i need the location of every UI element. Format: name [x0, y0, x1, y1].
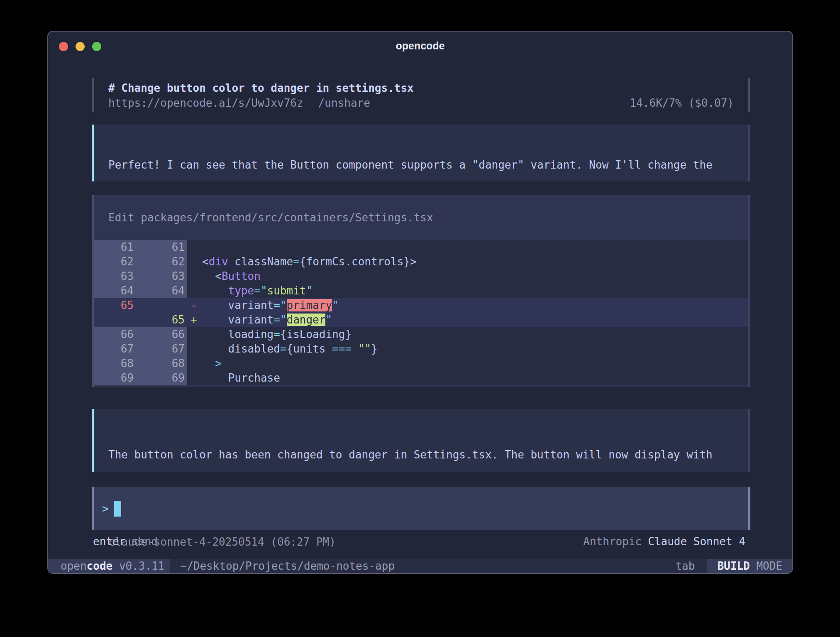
diff-marker: [187, 356, 202, 371]
code-token: =: [280, 343, 287, 355]
diff-row: 6161: [94, 240, 748, 255]
code-token: Button: [222, 270, 261, 282]
brand-code: code: [87, 560, 113, 572]
token-usage: 14.6K/7% ($0.07): [630, 96, 734, 110]
diff-row: 6868 >: [94, 356, 748, 371]
diff-old-lineno: [94, 313, 135, 327]
code-token: =: [273, 328, 280, 341]
diff-code-line: variant="primary": [202, 298, 748, 313]
prompt-chevron-icon: >: [102, 502, 109, 515]
diff-old-lineno: 63: [94, 269, 135, 284]
diff-code-line: disabled={units === ""}: [202, 342, 748, 356]
diff-row: 6767 disabled={units === ""}: [94, 342, 748, 356]
code-token: div: [209, 255, 228, 268]
diff-row: 65+ variant="danger": [94, 313, 748, 327]
diff-new-lineno: [135, 298, 187, 313]
desktop-background: opencode # Change button color to danger…: [0, 0, 840, 637]
code-token: className: [228, 255, 293, 268]
message-line: The button color has been changed to dan…: [108, 448, 734, 462]
code-token: ": [325, 314, 332, 326]
diff-row: 65- variant="primary": [94, 298, 748, 313]
code-token: submit: [267, 284, 306, 297]
diff-code-line: <Button: [202, 269, 748, 284]
hint-key: enter: [93, 535, 125, 548]
diff-old-lineno: 66: [94, 327, 135, 342]
diff-row: 6363 <Button: [94, 269, 748, 284]
send-hint: entersend: [93, 535, 158, 548]
diff-marker: +: [187, 313, 202, 327]
code-token: >: [215, 357, 222, 370]
diff-old-lineno: 64: [94, 284, 135, 298]
app-version: [112, 560, 119, 572]
code-token: ===: [332, 343, 352, 355]
diff-row: 6262<div className={formCs.controls}>: [94, 255, 748, 269]
diff-old-lineno: 61: [94, 240, 135, 255]
model-indicator: AnthropicClaude Sonnet 4: [583, 535, 745, 548]
diff-row: 6464 type="submit": [94, 284, 748, 298]
session-header: # Change button color to danger in setti…: [92, 78, 750, 112]
assistant-message: Perfect! I can see that the Button compo…: [92, 125, 750, 181]
diff-new-lineno: 63: [135, 269, 187, 284]
code-token: ": [332, 299, 339, 311]
provider-name: Anthropic: [583, 535, 642, 548]
session-subrow: https://opencode.ai/s/UwJxv76z /unshare …: [108, 96, 734, 110]
edit-tool-title: Edit packages/frontend/src/containers/Se…: [94, 195, 748, 240]
code-token: variant: [202, 314, 273, 326]
diff-old-lineno: 68: [94, 356, 135, 371]
session-title: # Change button color to danger in setti…: [108, 81, 734, 96]
share-url[interactable]: https://opencode.ai/s/UwJxv76z: [108, 96, 303, 110]
diff-old-lineno: 62: [94, 255, 135, 269]
code-token: {isLoading}: [280, 328, 352, 341]
code-token: ": [306, 284, 313, 297]
prompt-input[interactable]: >: [92, 487, 750, 530]
mode-secondary: MODE: [756, 560, 782, 572]
code-token: <: [202, 270, 222, 282]
code-token: [352, 343, 358, 355]
code-token: "": [358, 343, 371, 355]
mode-primary: BUILD: [717, 560, 750, 572]
status-bar: opencode v0.3.11 ~/Desktop/Projects/demo…: [48, 559, 792, 573]
edit-tool-card: Edit packages/frontend/src/containers/Se…: [92, 195, 750, 387]
opencode-window: opencode # Change button color to danger…: [47, 31, 793, 574]
code-token: {units: [287, 343, 332, 355]
diff-marker: [187, 269, 202, 284]
diff-code-line: type="submit": [202, 284, 748, 298]
code-token: =": [273, 314, 286, 326]
diff-code-line: >: [202, 356, 748, 371]
diff-code-line: variant="danger": [202, 313, 748, 327]
hint-row: entersend AnthropicClaude Sonnet 4: [92, 535, 750, 548]
code-token: variant: [202, 299, 273, 311]
diff-marker: [187, 371, 202, 385]
code-token: =: [293, 255, 300, 268]
mode-segment[interactable]: BUILD MODE: [707, 559, 792, 573]
hint-action: send: [132, 535, 158, 548]
code-token: Purchase: [202, 372, 280, 384]
code-token: primary: [287, 299, 332, 311]
diff-old-lineno: 69: [94, 371, 135, 385]
diff-new-lineno: 68: [135, 356, 187, 371]
diff-new-lineno: 61: [135, 240, 187, 255]
diff-row: 6969 Purchase: [94, 371, 748, 385]
code-token: loading: [202, 328, 273, 341]
window-title: opencode: [48, 32, 792, 60]
code-token: {formCs.controls}>: [300, 255, 417, 268]
diff-marker: [187, 342, 202, 356]
app-version-segment: opencode v0.3.11: [48, 559, 170, 573]
diff-new-lineno: 69: [135, 371, 187, 385]
diff-marker: [187, 327, 202, 342]
code-token: =": [273, 299, 286, 311]
unshare-command[interactable]: /unshare: [318, 96, 370, 110]
titlebar: opencode: [48, 32, 792, 61]
diff-code-line: <div className={formCs.controls}>: [202, 255, 748, 269]
diff-new-lineno: 62: [135, 255, 187, 269]
code-token: disabled: [202, 343, 280, 355]
diff-new-lineno: 65: [135, 313, 187, 327]
code-token: danger: [287, 314, 326, 326]
status-bar-right: tab BUILD MODE: [675, 559, 792, 573]
code-token: <: [202, 255, 209, 268]
mode-secondary-space: [750, 560, 757, 572]
diff-new-lineno: 64: [135, 284, 187, 298]
code-token: [202, 357, 215, 370]
working-directory: ~/Desktop/Projects/demo-notes-app: [180, 560, 395, 572]
text-cursor: [114, 501, 121, 517]
